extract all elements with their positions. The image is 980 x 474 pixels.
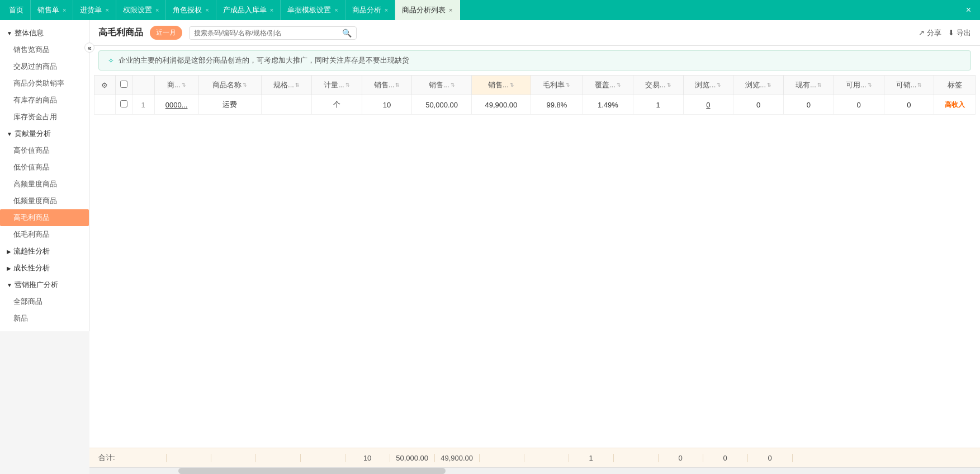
col-browse2[interactable]: 浏览... ⇅ — [733, 76, 784, 95]
sidebar-item-inventory-capital-ratio[interactable]: 库存资金占用 — [0, 109, 89, 125]
sidebar-item-commodity-assist-rate[interactable]: 商品分类助销率 — [0, 75, 89, 92]
row-name: 运费 — [198, 95, 262, 115]
close-purchase-order-icon[interactable]: × — [105, 7, 108, 13]
arrow-growth-icon: ▶ — [7, 265, 11, 271]
sort-current-stock-icon: ⇅ — [817, 82, 822, 88]
row-select-checkbox[interactable] — [120, 100, 127, 107]
sidebar-collapse-button[interactable]: « — [84, 43, 94, 53]
data-table: ⚙ 商... ⇅ — [94, 75, 976, 115]
row-code[interactable]: 0000... — [154, 95, 198, 115]
col-sales-amount[interactable]: 销售... ⇅ — [412, 76, 471, 95]
sidebar: ▼ 整体信息 销售览商品 交易过的商品 商品分类助销率 有库存的商品 库存资金占… — [0, 20, 89, 331]
close-product-entry-icon[interactable]: × — [270, 7, 273, 13]
col-spec[interactable]: 规格... ⇅ — [262, 76, 312, 95]
tab-home[interactable]: 首页 — [2, 0, 31, 20]
sort-transactions-icon: ⇅ — [667, 82, 671, 88]
table-footer: 合计: 10 50,000.00 49,900.00 1 0 0 0 — [89, 448, 980, 467]
sidebar-item-sales-commodity[interactable]: 销售览商品 — [0, 41, 89, 58]
footer-label: 合计: — [98, 453, 115, 463]
sidebar-item-traded-commodity[interactable]: 交易过的商品 — [0, 58, 89, 75]
footer-available: 0 — [748, 454, 793, 462]
sort-sales-cost-icon: ⇅ — [510, 82, 514, 88]
row-gross-margin: 99.8% — [531, 95, 583, 115]
col-name[interactable]: 商品名称 ⇅ — [198, 76, 262, 95]
row-available: 0 — [834, 95, 884, 115]
close-product-analysis-list-icon[interactable]: × — [449, 7, 452, 13]
close-permission-settings-icon[interactable]: × — [155, 7, 159, 13]
footer-current-stock: 0 — [703, 454, 748, 462]
row-browse1[interactable]: 0 — [683, 95, 733, 115]
search-input[interactable] — [194, 29, 339, 37]
col-settings[interactable]: ⚙ — [94, 76, 116, 95]
col-available[interactable]: 可用... ⇅ — [834, 76, 884, 95]
sidebar-item-low-freq[interactable]: 低频量度商品 — [0, 193, 89, 209]
col-sellable[interactable]: 可销... ⇅ — [884, 76, 934, 95]
scroll-thumb[interactable] — [178, 468, 446, 474]
footer-cell-empty4 — [256, 454, 301, 462]
sidebar-item-all-commodity[interactable]: 全部商品 — [0, 293, 89, 310]
col-sales-cost[interactable]: 销售... ⇅ — [471, 76, 531, 95]
horizontal-scrollbar[interactable] — [89, 467, 980, 474]
sidebar-section-marketing[interactable]: ▼ 营销推广分析 — [0, 276, 89, 293]
tab-product-analysis-list[interactable]: 商品分析列表 × — [395, 0, 460, 20]
col-checkbox[interactable] — [115, 76, 132, 95]
footer-browse2: 0 — [659, 454, 703, 462]
sidebar-section-trend[interactable]: ▶ 流趋性分析 — [0, 243, 89, 260]
sort-browse1-icon: ⇅ — [717, 82, 721, 88]
row-checkbox[interactable] — [115, 95, 132, 115]
sidebar-item-high-value[interactable]: 高价值商品 — [0, 142, 89, 159]
share-icon: ↗ — [919, 29, 925, 37]
search-icon[interactable]: 🔍 — [342, 29, 352, 37]
col-gross-margin[interactable]: 毛利率 ⇅ — [531, 76, 583, 95]
arrow-trend-icon: ▶ — [7, 248, 11, 255]
footer-browse1 — [614, 454, 659, 462]
col-current-stock[interactable]: 现有... ⇅ — [784, 76, 834, 95]
col-unit[interactable]: 计量... ⇅ — [311, 76, 362, 95]
sort-spec-icon: ⇅ — [295, 82, 300, 88]
tab-template-settings[interactable]: 单据模板设置 × — [281, 0, 345, 20]
sidebar-item-inventory-commodity[interactable]: 有库存的商品 — [0, 92, 89, 109]
col-transactions[interactable]: 交易... ⇅ — [633, 76, 683, 95]
sort-available-icon: ⇅ — [868, 82, 872, 88]
tab-sales-order[interactable]: 销售单 × — [31, 0, 73, 20]
close-template-settings-icon[interactable]: × — [334, 7, 338, 13]
sort-name-icon: ⇅ — [243, 82, 247, 88]
sidebar-item-high-margin[interactable]: 高毛利商品 — [0, 209, 89, 226]
tab-product-entry[interactable]: 产成品入库单 × — [216, 0, 281, 20]
content-header: 高毛利商品 近一月 🔍 ↗ 分享 ⬇ 导出 — [89, 20, 980, 46]
sidebar-section-treasure[interactable]: ▼ 贡献量分析 — [0, 125, 89, 142]
footer-cell-empty2 — [167, 454, 211, 462]
col-num — [132, 76, 154, 95]
col-browse1[interactable]: 浏览... ⇅ — [683, 76, 733, 95]
sidebar-item-high-freq[interactable]: 高频量度商品 — [0, 176, 89, 193]
table-row: 1 0000... 运费 个 10 50,000.00 49,900.00 99… — [94, 95, 976, 115]
sidebar-item-low-margin[interactable]: 低毛利商品 — [0, 226, 89, 243]
sidebar-item-new-commodity[interactable]: 新品 — [0, 310, 89, 327]
footer-cell-empty5 — [301, 454, 345, 462]
tab-role-permissions[interactable]: 角色授权 × — [166, 0, 216, 20]
row-transactions: 1 — [633, 95, 683, 115]
sidebar-section-overall[interactable]: ▼ 整体信息 — [0, 25, 89, 41]
settings-icon[interactable]: ⚙ — [101, 81, 108, 90]
col-code[interactable]: 商... ⇅ — [154, 76, 198, 95]
tab-product-analysis[interactable]: 商品分析 × — [345, 0, 395, 20]
sidebar-item-low-value[interactable]: 低价值商品 — [0, 159, 89, 176]
col-sales-qty[interactable]: 销售... ⇅ — [362, 76, 412, 95]
export-button[interactable]: ⬇ 导出 — [948, 28, 971, 38]
sort-sales-qty-icon: ⇅ — [395, 82, 400, 88]
filter-last-month[interactable]: 近一月 — [150, 26, 182, 40]
tab-purchase-order[interactable]: 进货单 × — [73, 0, 116, 20]
share-button[interactable]: ↗ 分享 — [919, 28, 941, 38]
col-coverage[interactable]: 覆盖... ⇅ — [583, 76, 633, 95]
sort-sellable-icon: ⇅ — [917, 82, 922, 88]
close-role-permissions-icon[interactable]: × — [205, 7, 209, 13]
window-close-button[interactable]: × — [959, 5, 978, 15]
sort-gross-margin-icon: ⇅ — [566, 82, 570, 88]
select-all-checkbox[interactable] — [120, 81, 127, 88]
close-sales-order-icon[interactable]: × — [63, 7, 66, 13]
close-product-analysis-icon[interactable]: × — [385, 7, 388, 13]
sidebar-section-growth[interactable]: ▶ 成长性分析 — [0, 260, 89, 276]
table-container[interactable]: ⚙ 商... ⇅ — [89, 75, 980, 448]
search-box: 🔍 — [189, 26, 357, 40]
tab-permission-settings[interactable]: 权限设置 × — [116, 0, 166, 20]
